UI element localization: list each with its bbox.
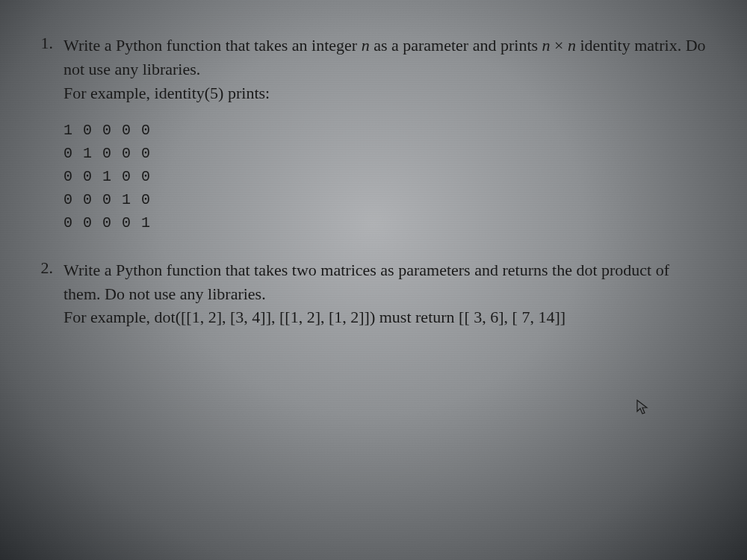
q1-var-n: n: [362, 36, 370, 55]
question-number: 2.: [34, 258, 53, 330]
identity-matrix-output: 1 0 0 0 0 0 1 0 0 0 0 0 1 0 0 0 0 0 1 0 …: [63, 119, 706, 234]
q1-var-n2: n: [542, 36, 551, 55]
q2-text-a: Write a Python function that takes two m…: [63, 261, 669, 303]
mouse-cursor-icon: [636, 399, 648, 416]
question-content: Write a Python function that takes an in…: [63, 34, 706, 234]
q2-text-b: For example, dot([[1, 2], [3, 4]], [[1, …: [63, 308, 565, 326]
q1-times: ×: [551, 36, 568, 55]
question-2: 2. Write a Python function that takes tw…: [34, 258, 706, 330]
q1-var-n3: n: [568, 36, 576, 55]
q1-text-b: as a parameter and prints: [370, 36, 542, 55]
q1-text-a: Write a Python function that takes an in…: [63, 36, 362, 55]
question-number: 1.: [34, 34, 53, 234]
question-1: 1. Write a Python function that takes an…: [34, 34, 706, 234]
question-content: Write a Python function that takes two m…: [63, 258, 706, 330]
q1-text-d: For example, identity(5) prints:: [63, 84, 270, 102]
question-list: 1. Write a Python function that takes an…: [34, 34, 706, 329]
